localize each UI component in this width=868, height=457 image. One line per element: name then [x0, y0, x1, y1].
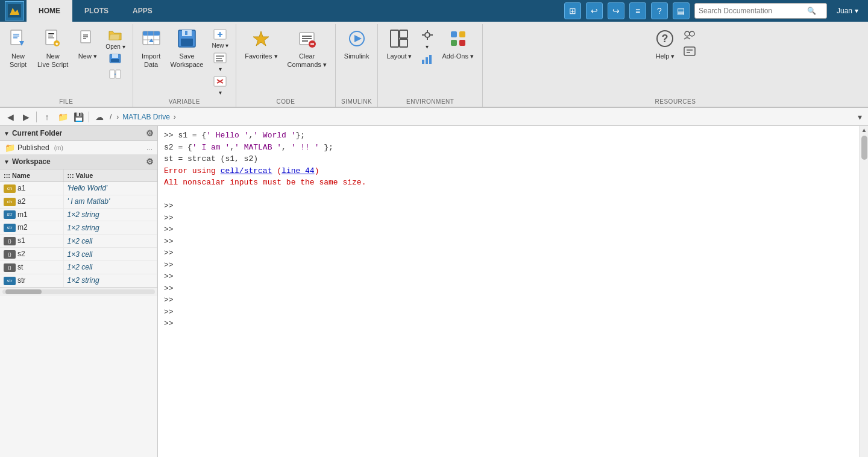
- clear-commands-label: ClearCommands ▾: [288, 52, 327, 68]
- sidebar-scrollbar-thumb[interactable]: [5, 289, 42, 294]
- favorites-button[interactable]: Favorites ▾: [241, 27, 281, 63]
- folder-dots[interactable]: ...: [146, 143, 153, 152]
- scroll-thumb[interactable]: [861, 136, 867, 160]
- search-documentation-box[interactable]: 🔍: [694, 3, 827, 19]
- toolbar-icon-4[interactable]: ▤: [673, 2, 690, 19]
- user-name: Juan: [837, 7, 852, 15]
- svg-rect-64: [459, 31, 465, 37]
- console-prompt-line: >>: [164, 247, 854, 259]
- variable-group-label: VARIABLE: [169, 97, 200, 107]
- open-button[interactable]: Open ▾: [103, 28, 127, 51]
- save-small-button[interactable]: [103, 52, 127, 67]
- simulink-group-label: SIMULINK: [341, 97, 372, 107]
- table-row[interactable]: {}s21×3 cell: [0, 248, 157, 261]
- table-row[interactable]: strstr1×2 string: [0, 274, 157, 287]
- nav-forward-button[interactable]: ▶: [19, 110, 33, 124]
- simulink-button[interactable]: Simulink: [341, 27, 373, 63]
- console-prompt-line: >>: [164, 271, 854, 283]
- workspace-gear[interactable]: ⚙: [146, 157, 154, 166]
- new-label: New ▾: [78, 52, 97, 60]
- new-variable-button[interactable]: New ▾: [209, 28, 231, 50]
- table-row[interactable]: {}s11×2 cell: [0, 235, 157, 248]
- new-live-script-button[interactable]: ★ NewLive Script: [34, 27, 72, 71]
- console-prompt-line: >>: [164, 294, 854, 306]
- search-documentation-input[interactable]: [699, 7, 807, 15]
- nav-save-button[interactable]: 💾: [72, 110, 85, 124]
- svg-rect-54: [400, 39, 407, 47]
- environment-group-label: ENVIRONMENT: [406, 97, 454, 107]
- preferences-label: ▾: [426, 43, 429, 50]
- console-blank: [164, 189, 854, 201]
- ribbon-group-variable: ImportData SaveWorkspace: [133, 24, 237, 107]
- import-data-button[interactable]: ImportData: [138, 27, 165, 71]
- new-live-script-icon: ★: [43, 29, 63, 51]
- help-icon: ?: [655, 29, 675, 51]
- resources-group-items: ? Help ▾: [652, 27, 699, 97]
- compare-button[interactable]: [103, 68, 127, 83]
- new-button[interactable]: New ▾: [74, 27, 101, 63]
- nav-separator-2: [89, 112, 89, 122]
- clear-workspace-button[interactable]: ▾: [209, 75, 231, 97]
- error-link[interactable]: cell/strcat: [221, 166, 272, 175]
- svg-rect-21: [116, 70, 121, 78]
- save-workspace-button[interactable]: SaveWorkspace: [167, 27, 207, 71]
- svg-rect-8: [48, 33, 54, 34]
- table-row[interactable]: strm11×2 string: [0, 208, 157, 221]
- table-row[interactable]: strm21×2 string: [0, 221, 157, 235]
- tab-home[interactable]: HOME: [27, 0, 72, 22]
- error-line-link[interactable]: line 44: [281, 166, 315, 175]
- workspace-header[interactable]: ▼ Workspace ⚙: [0, 154, 157, 169]
- toolbar-undo[interactable]: ↩: [586, 2, 603, 19]
- workspace-name-cell: {}s1: [0, 235, 63, 248]
- add-ons-label: Add-Ons ▾: [442, 52, 474, 60]
- new-script-button[interactable]: NewScript: [5, 27, 31, 71]
- console-area[interactable]: >> s1 = {' Hello ',' World '};s2 = {' I …: [158, 126, 860, 457]
- add-ons-button[interactable]: Add-Ons ▾: [439, 27, 477, 63]
- current-folder-caret: ▼: [4, 130, 10, 137]
- scroll-track[interactable]: [860, 134, 868, 457]
- request-button[interactable]: [681, 45, 699, 60]
- chart-icon: [421, 54, 434, 67]
- preferences-button[interactable]: ▾: [418, 28, 436, 51]
- sidebar-bottom-scroll[interactable]: [0, 288, 157, 296]
- ribbon-group-simulink: Simulink SIMULINK: [336, 24, 379, 107]
- chart-button[interactable]: [418, 52, 436, 68]
- layout-icon: [389, 29, 409, 51]
- toolbar-icon-3[interactable]: ≡: [629, 2, 646, 19]
- table-row[interactable]: cha1'Hello World': [0, 182, 157, 195]
- vertical-scrollbar[interactable]: ▲ ▼: [860, 126, 868, 457]
- nav-path-dropdown[interactable]: ▾: [855, 111, 864, 123]
- toolbar-icon-1[interactable]: ⊞: [564, 2, 581, 19]
- table-row[interactable]: cha2' I am Matlab': [0, 195, 157, 208]
- nav-browse-button[interactable]: 📁: [56, 110, 69, 124]
- open-variable-button[interactable]: ▾: [209, 51, 231, 74]
- console-prompt-line: >>: [164, 283, 854, 295]
- tab-apps[interactable]: APPS: [121, 0, 165, 22]
- ribbon: NewScript ★ NewLive Script: [0, 22, 868, 108]
- toolbar-redo[interactable]: ↪: [608, 2, 624, 19]
- toolbar-help[interactable]: ?: [651, 2, 668, 19]
- svg-rect-3: [13, 34, 19, 35]
- workspace-name-cell: strm1: [0, 208, 63, 221]
- folder-item-published[interactable]: 📁 Published (m) ...: [0, 141, 157, 154]
- workspace-name-cell: {}s2: [0, 248, 63, 261]
- nav-matlab-drive[interactable]: MATLAB Drive: [122, 113, 169, 121]
- console-error-line: Error using cell/strcat (line 44): [164, 165, 854, 177]
- user-menu[interactable]: Juan ▾: [832, 4, 863, 17]
- svg-rect-53: [400, 30, 407, 38]
- nav-back-button[interactable]: ◀: [4, 110, 17, 124]
- clear-commands-button[interactable]: ClearCommands ▾: [284, 27, 330, 71]
- layout-button[interactable]: Layout ▾: [383, 27, 415, 63]
- tab-plots[interactable]: PLOTS: [72, 0, 121, 22]
- community-button[interactable]: [681, 28, 699, 43]
- search-icon: 🔍: [807, 7, 816, 15]
- scroll-up-arrow[interactable]: ▲: [860, 126, 868, 134]
- nav-up-button[interactable]: ↑: [40, 110, 54, 124]
- new-live-script-label: NewLive Script: [37, 52, 68, 68]
- workspace-value-cell: ' I am Matlab': [63, 195, 157, 208]
- title-bar-right: ⊞ ↩ ↪ ≡ ? ▤ 🔍 Juan ▾: [564, 2, 863, 19]
- table-row[interactable]: {}st1×2 cell: [0, 260, 157, 274]
- current-folder-header[interactable]: ▼ Current Folder ⚙: [0, 126, 157, 141]
- help-button[interactable]: ? Help ▾: [652, 27, 678, 63]
- current-folder-gear[interactable]: ⚙: [146, 128, 154, 138]
